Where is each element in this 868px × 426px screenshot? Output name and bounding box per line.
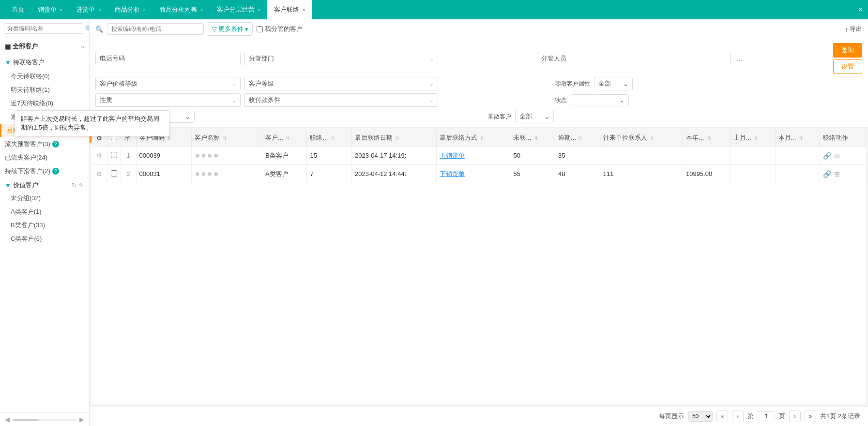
sort-uncontacted-icon: ⇅ <box>534 135 538 141</box>
per-page-select[interactable]: 50 100 200 <box>688 411 713 422</box>
prev-page-button[interactable]: ‹ <box>732 411 744 422</box>
close-product-analysis-icon[interactable]: × <box>143 7 146 13</box>
sidebar-item-ungrouped[interactable]: 未分组(32) <box>0 191 89 205</box>
customer-type-chevron-icon: ⌄ <box>185 113 190 120</box>
price-level-filter[interactable]: 客户价格等级 ⌄ <box>95 77 241 90</box>
sidebar: 🔍 ▦ 全部客户 » ▼ 待联络客户 今天待联络(0) 明天待联络(1) <box>0 19 90 426</box>
sidebar-scroll-right-icon[interactable]: ▶ <box>79 416 84 423</box>
close-customer-segmentation-icon[interactable]: × <box>258 7 260 13</box>
nav-customer-segmentation[interactable]: 客户分层经营 × <box>210 0 267 19</box>
phone-filter[interactable]: 电话号码 <box>95 52 241 65</box>
retail-attr-filter-group: 零散客户属性 全部 ⌄ <box>555 77 862 90</box>
dept-filter[interactable]: 分管部门 ⌄ <box>244 52 438 65</box>
row-checkbox[interactable] <box>107 147 121 165</box>
close-product-analysis-list-icon[interactable]: × <box>200 7 203 13</box>
nav-customer-contact[interactable]: 客户联络 × <box>267 0 312 19</box>
sidebar-search-button[interactable]: 🔍 <box>85 25 90 32</box>
close-all-tabs-button[interactable]: × <box>858 5 863 15</box>
table-row: ⚙ 1 000039 ●●●● B类客户 15 2023-04-17 14:19… <box>91 147 866 165</box>
nav-product-analysis[interactable]: 商品分析 × <box>108 0 152 19</box>
row-uncontacted: 55 <box>510 165 555 183</box>
col-customer-type[interactable]: 客户... ⇅ <box>262 130 307 147</box>
sort-last-method-icon: ⇅ <box>480 135 484 141</box>
row-settings-icon[interactable]: ⚙ <box>91 165 107 183</box>
value-customer-header[interactable]: ▼ 价值客户 ↻ ✎ <box>0 178 89 191</box>
col-uncontacted[interactable]: 未联... ⇅ <box>510 130 555 147</box>
main-layout: 🔍 ▦ 全部客户 » ▼ 待联络客户 今天待联络(0) 明天待联络(1) <box>0 19 868 426</box>
value-edit-icon[interactable]: ✎ <box>79 182 84 189</box>
set-button[interactable]: 设置 <box>833 59 862 74</box>
customer-level-filter[interactable]: 客户等级 ⌄ <box>244 77 438 90</box>
row-code: 000039 <box>136 147 192 165</box>
next-page-button[interactable]: › <box>789 411 801 422</box>
pending-contact-header[interactable]: ▼ 待联络客户 <box>0 55 89 70</box>
gender-filter[interactable]: 性质 ⌄ <box>95 93 241 107</box>
sidebar-item-lost[interactable]: 已流失客户(24) <box>0 151 89 164</box>
sidebar-item-lost-risk[interactable]: 流失预警客户(3) ? <box>0 137 89 151</box>
retail-attr-select[interactable]: 全部 ⌄ <box>594 77 633 90</box>
sidebar-scroll-left-icon[interactable]: ◀ <box>5 416 10 423</box>
retail-attr-chevron-icon: ⌄ <box>623 80 628 88</box>
sidebar-item-c-class[interactable]: C类客户(6) <box>0 232 89 246</box>
manager-filter[interactable]: 分管人员 <box>537 52 731 65</box>
row-code: 000031 <box>136 165 192 183</box>
status-chevron-icon: ⌄ <box>619 97 624 104</box>
my-customers-checkbox[interactable]: 我分管的客户 <box>257 25 303 33</box>
payment-filter-group: 收付款条件 ⌄ <box>244 93 551 107</box>
row-customer-type: B类客户 <box>262 147 307 165</box>
sidebar-item-tomorrow[interactable]: 明天待联络(1) <box>0 83 89 97</box>
value-customer-group: ▼ 价值客户 ↻ ✎ 未分组(32) A类客户(1) B类客户(33) <box>0 178 89 246</box>
manager-dots[interactable]: ... <box>734 54 745 63</box>
gender-chevron-icon: ⌄ <box>232 97 236 103</box>
sidebar-item-declining[interactable]: 持续下滑客户(2) ? <box>0 164 89 178</box>
close-sales-order-icon[interactable]: × <box>60 7 62 13</box>
status-select[interactable]: ⌄ <box>571 94 629 106</box>
search-icon: 🔍 <box>95 26 103 33</box>
main-search-input[interactable] <box>107 23 204 35</box>
last-page-button[interactable]: » <box>805 411 816 422</box>
sidebar-item-a-class[interactable]: A类客户(1) <box>0 205 89 219</box>
filter-row-2: 客户价格等级 ⌄ 客户等级 ⌄ 零散客户属性 全部 ⌄ <box>95 77 862 90</box>
value-refresh-icon[interactable]: ↻ <box>72 182 77 189</box>
row-uncontacted: 50 <box>510 147 555 165</box>
row-this-year: 10995.00 <box>683 165 731 183</box>
col-contact-person[interactable]: 往来单位联系人 ⇅ <box>600 130 683 147</box>
sort-this-year-icon: ⇅ <box>707 135 711 141</box>
col-name[interactable]: 客户名称 ⇅ <box>192 130 262 147</box>
payment-filter[interactable]: 收付款条件 ⌄ <box>244 93 438 107</box>
row-more-icon[interactable]: ⊞ <box>834 152 840 160</box>
table-header-row: ⚙ 序 客户编码 ⇅ 客户名称 ⇅ <box>91 130 866 147</box>
col-last-date[interactable]: 最后联络日期 ⇅ <box>351 130 436 147</box>
nav-purchase-order[interactable]: 进货单 × <box>69 0 107 19</box>
col-last-month[interactable]: 上月... ⇅ <box>731 130 776 147</box>
sidebar-item-today[interactable]: 今天待联络(0) <box>0 70 89 83</box>
page-number-input[interactable] <box>758 411 775 421</box>
nav-home[interactable]: 首页 <box>5 0 31 19</box>
row-link-icon[interactable]: 🔗 <box>823 152 831 160</box>
filter-row-4: ... 客户类型 ⌄ 零散客户 全部 ⌄ <box>95 110 862 123</box>
nav-product-analysis-list[interactable]: 商品分析列表 × <box>152 0 210 19</box>
col-last-method[interactable]: 最后联络方式 ⇅ <box>436 130 510 147</box>
sidebar-item-b-class[interactable]: B类客户(33) <box>0 219 89 232</box>
row-link-icon[interactable]: 🔗 <box>823 170 831 178</box>
close-customer-contact-icon[interactable]: × <box>302 7 305 13</box>
row-more-icon[interactable]: ⊞ <box>834 170 840 178</box>
sidebar-item-7days[interactable]: 近7天待联络(0) <box>0 97 89 110</box>
col-overdue[interactable]: 逾期... ⇅ <box>555 130 600 147</box>
close-purchase-order-icon[interactable]: × <box>98 7 101 13</box>
retail-customer-select[interactable]: 全部 ⌄ <box>515 110 554 123</box>
query-button[interactable]: 查询 <box>833 43 862 58</box>
first-page-button[interactable]: « <box>716 411 728 422</box>
sort-overdue-icon: ⇅ <box>579 135 582 141</box>
col-this-month[interactable]: 本月... ⇅ <box>775 130 820 147</box>
nav-sales-order[interactable]: 销货单 × <box>31 0 69 19</box>
col-contact-count[interactable]: 联络... ⇅ <box>307 130 352 147</box>
col-this-year[interactable]: 本年... ⇅ <box>683 130 731 147</box>
my-customers-checkbox-input[interactable] <box>257 26 263 32</box>
row-checkbox[interactable] <box>107 165 121 183</box>
row-settings-icon[interactable]: ⚙ <box>91 147 107 165</box>
export-button[interactable]: ↑ 导出 <box>845 25 863 33</box>
sidebar-collapse-button[interactable]: » <box>81 43 84 50</box>
sidebar-search-input[interactable] <box>4 23 83 34</box>
more-conditions-button[interactable]: ▽ 更多条件 ▾ <box>208 22 253 36</box>
